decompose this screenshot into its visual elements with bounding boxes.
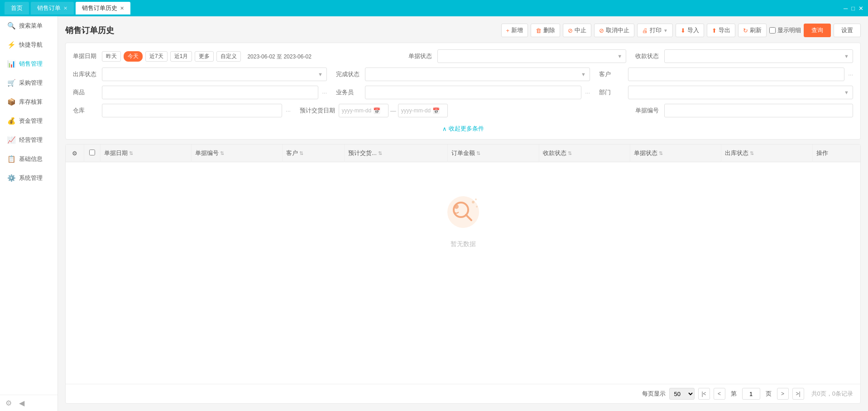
- btn-refresh[interactable]: ↻ 刷新: [738, 24, 767, 37]
- filter-delivery-status: 出库状态 ▼: [73, 68, 327, 81]
- customer-more-icon[interactable]: ···: [848, 71, 853, 78]
- sidebar-item-operations[interactable]: 📈 经营管理: [0, 131, 58, 150]
- page-last-btn[interactable]: >|: [792, 388, 804, 400]
- sidebar-item-basic-info[interactable]: 📋 基础信息: [0, 150, 58, 169]
- tab-sales-history-label: 销售订单历史: [82, 4, 117, 12]
- filter-customer: 客户 ···: [599, 68, 853, 81]
- sidebar-item-inventory[interactable]: 📦 库存核算: [0, 92, 58, 111]
- page-prev-btn[interactable]: <: [714, 388, 725, 400]
- status-label: 单据状态: [408, 52, 434, 60]
- th-order-no[interactable]: 单据编号 ⇅: [191, 145, 282, 162]
- th-settings[interactable]: ⚙: [66, 145, 84, 162]
- btn-cancel-stop[interactable]: ⊘ 取消中止: [594, 24, 634, 37]
- order-no-input[interactable]: [664, 104, 853, 117]
- filter-warehouse: 仓库 ···: [73, 104, 291, 117]
- th-order-status[interactable]: 单据状态 ⇅: [630, 145, 721, 162]
- warehouse-label: 仓库: [73, 106, 98, 115]
- filter-dept: 部门 ▼: [599, 86, 853, 99]
- th-amount[interactable]: 订单金额 ⇅: [448, 145, 539, 162]
- sidebar-collapse-btn[interactable]: ◀: [19, 399, 24, 407]
- select-all-checkbox[interactable]: [89, 150, 95, 155]
- complete-select-arrow: ▼: [581, 72, 586, 77]
- purchase-icon: 🛒: [7, 79, 15, 87]
- sidebar-item-system[interactable]: ⚙️ 系统管理: [0, 169, 58, 188]
- sidebar-item-finance-label: 资金管理: [19, 117, 43, 125]
- delivery-date-end[interactable]: yyyy-mm-dd 📅: [398, 104, 448, 117]
- tab-sales-order[interactable]: 销售订单 ✕: [31, 2, 74, 15]
- sidebar-item-purchase[interactable]: 🛒 采购管理: [0, 73, 58, 92]
- delivery-select[interactable]: ▼: [102, 68, 327, 81]
- empty-state: 暂无数据: [66, 162, 860, 276]
- nav-maximize[interactable]: □: [851, 5, 855, 12]
- sidebar-item-finance[interactable]: 💰 资金管理: [0, 111, 58, 131]
- date-label: 单据日期: [73, 52, 98, 60]
- table-section: ⚙ 单据日期 ⇅: [65, 144, 861, 404]
- btn-add[interactable]: + 新增: [501, 24, 528, 37]
- filter-order-no: 单据编号: [635, 104, 853, 117]
- page-size-label: 每页显示: [642, 390, 666, 398]
- status-select[interactable]: ▼: [437, 49, 626, 63]
- page-number-input[interactable]: [742, 388, 760, 400]
- cal-end-icon: 📅: [432, 107, 440, 114]
- cancel-stop-icon: ⊘: [599, 27, 604, 34]
- sidebar-item-basic-info-label: 基础信息: [19, 155, 43, 163]
- salesman-input[interactable]: [365, 86, 581, 99]
- sidebar-item-quicknav[interactable]: ⚡ 快捷导航: [0, 35, 58, 54]
- warehouse-more-icon[interactable]: ···: [286, 107, 291, 114]
- page-first-btn[interactable]: |<: [698, 388, 710, 400]
- nav-close[interactable]: ✕: [858, 5, 863, 12]
- page-size-select[interactable]: 50 20 100: [669, 388, 695, 400]
- btn-query[interactable]: 查询: [804, 24, 831, 37]
- display-cols-checkbox[interactable]: [769, 27, 776, 34]
- dept-label: 部门: [599, 88, 624, 97]
- print-dropdown-icon: ▼: [663, 28, 668, 33]
- payment-select[interactable]: ▼: [664, 49, 853, 63]
- date-btn-yesterday[interactable]: 昨天: [102, 51, 121, 62]
- btn-stop[interactable]: ⊘ 中止: [563, 24, 591, 37]
- btn-delete[interactable]: 🗑 删除: [531, 24, 560, 37]
- delivery-date-start[interactable]: yyyy-mm-dd 📅: [339, 104, 388, 117]
- sort-delivery-icon: ⇅: [378, 150, 382, 156]
- complete-select[interactable]: ▼: [365, 68, 590, 81]
- warehouse-input[interactable]: [102, 104, 282, 117]
- goods-more-icon[interactable]: ···: [322, 89, 327, 96]
- tab-home[interactable]: 首页: [5, 2, 29, 15]
- btn-export[interactable]: ⬆ 导出: [707, 24, 735, 37]
- goods-input[interactable]: [102, 86, 318, 99]
- date-btn-1month[interactable]: 近1月: [170, 51, 192, 62]
- tab-sales-order-close[interactable]: ✕: [63, 5, 67, 11]
- date-btn-7days[interactable]: 近7天: [145, 51, 168, 62]
- dept-select[interactable]: ▼: [628, 86, 853, 99]
- sort-date-icon: ⇅: [129, 150, 133, 156]
- btn-settings[interactable]: 设置: [834, 24, 861, 37]
- customer-input[interactable]: [628, 68, 844, 81]
- sidebar-item-sales[interactable]: 📊 销售管理: [0, 54, 58, 73]
- btn-import[interactable]: ⬇ 导入: [676, 24, 704, 37]
- tab-sales-history[interactable]: 销售订单历史 ✕: [76, 2, 130, 15]
- settings-gear-icon[interactable]: ⚙: [72, 150, 77, 157]
- tab-sales-history-close[interactable]: ✕: [120, 5, 124, 11]
- nav-minimize[interactable]: ─: [844, 5, 848, 12]
- th-date[interactable]: 单据日期 ⇅: [100, 145, 191, 162]
- th-payment-status[interactable]: 收款状态 ⇅: [539, 145, 630, 162]
- th-customer[interactable]: 客户 ⇅: [283, 145, 345, 162]
- th-delivery[interactable]: 预计交货... ⇅: [344, 145, 447, 162]
- page-next-btn[interactable]: >: [777, 388, 789, 400]
- th-checkbox[interactable]: [84, 145, 100, 162]
- display-cols-label: 显示明细: [777, 26, 801, 34]
- date-btn-custom[interactable]: 自定义: [216, 51, 241, 62]
- date-btn-today[interactable]: 今天: [124, 51, 143, 62]
- filter-payment-status: 收款状态 ▼: [635, 49, 853, 63]
- table-container: ⚙ 单据日期 ⇅: [66, 145, 860, 384]
- sidebar-settings-btn[interactable]: ⚙: [5, 399, 12, 407]
- btn-print[interactable]: 🖨 打印 ▼: [637, 24, 673, 37]
- filter-collapse-btn[interactable]: ∧ 收起更多条件: [73, 122, 853, 133]
- sidebar-item-search[interactable]: 🔍 搜索菜单: [0, 16, 58, 35]
- display-cols-toggle[interactable]: 显示明细: [769, 26, 801, 34]
- btn-import-label: 导入: [687, 26, 699, 34]
- delivery-label: 出库状态: [73, 70, 98, 78]
- date-btn-more[interactable]: 更多: [195, 51, 214, 62]
- delivery-date-range: yyyy-mm-dd 📅 — yyyy-mm-dd 📅: [339, 104, 448, 117]
- th-delivery-status[interactable]: 出库状态 ⇅: [721, 145, 812, 162]
- salesman-more-icon[interactable]: ···: [585, 89, 590, 96]
